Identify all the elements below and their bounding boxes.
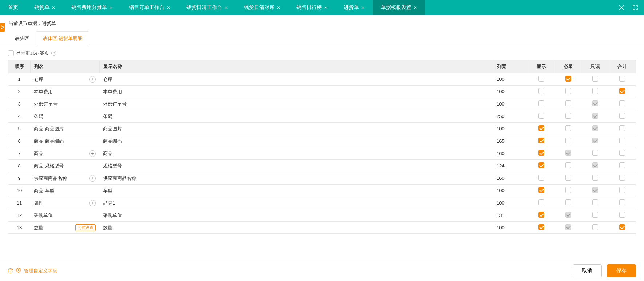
checkbox-total[interactable] bbox=[619, 175, 625, 181]
cell-display-name[interactable]: 车型 bbox=[99, 185, 493, 197]
columns-table-scroll[interactable]: 顺序 列名 显示名称 列宽 显示 必录 只读 合计 1仓库+仓库1002本单费用… bbox=[8, 60, 636, 233]
cell-width[interactable]: 131 bbox=[493, 209, 528, 222]
inner-tab-0[interactable]: 表头区 bbox=[8, 31, 36, 45]
close-icon[interactable]: ✕ bbox=[167, 5, 170, 10]
checkbox-required[interactable] bbox=[565, 162, 571, 168]
checkbox-total[interactable] bbox=[619, 212, 625, 218]
checkbox-show[interactable] bbox=[538, 100, 544, 106]
save-button[interactable]: 保存 bbox=[607, 264, 636, 277]
checkbox-required[interactable] bbox=[565, 187, 571, 193]
cell-width[interactable]: 100 bbox=[493, 185, 528, 197]
cell-display-name[interactable]: 供应商商品名称 bbox=[99, 172, 493, 185]
cell-width[interactable]: 160 bbox=[493, 147, 528, 160]
checkbox-required[interactable] bbox=[565, 175, 571, 181]
checkbox-total[interactable] bbox=[619, 113, 625, 119]
checkbox-required[interactable] bbox=[565, 113, 571, 119]
checkbox-show[interactable] bbox=[538, 187, 544, 193]
top-tab-6[interactable]: 销售排行榜✕ bbox=[288, 0, 336, 15]
checkbox-readonly[interactable] bbox=[592, 199, 598, 205]
manage-custom-fields-link[interactable]: 管理自定义字段 bbox=[24, 268, 57, 274]
checkbox-readonly[interactable] bbox=[592, 212, 598, 218]
close-icon[interactable]: ✕ bbox=[109, 5, 113, 10]
checkbox-total[interactable] bbox=[619, 125, 625, 131]
checkbox-show[interactable] bbox=[538, 76, 544, 82]
checkbox-required[interactable] bbox=[565, 88, 571, 94]
checkbox-readonly[interactable] bbox=[592, 175, 598, 181]
top-tab-2[interactable]: 销售费用分摊单✕ bbox=[63, 0, 121, 15]
checkbox-show[interactable] bbox=[538, 212, 544, 218]
cell-display-name[interactable]: 采购单位 bbox=[99, 209, 493, 222]
table-row[interactable]: 6商品.商品编码商品编码165 bbox=[8, 135, 636, 147]
checkbox-total[interactable] bbox=[619, 199, 625, 205]
table-row[interactable]: 9供应商商品名称+供应商商品名称160 bbox=[8, 172, 636, 185]
cell-display-name[interactable]: 仓库 bbox=[99, 73, 493, 86]
cell-width[interactable]: 100 bbox=[493, 197, 528, 209]
cell-display-name[interactable]: 商品图片 bbox=[99, 123, 493, 135]
cell-display-name[interactable]: 商品 bbox=[99, 147, 493, 160]
show-summary-help-icon[interactable]: ? bbox=[51, 51, 56, 56]
table-row[interactable]: 5商品.商品图片商品图片100 bbox=[8, 123, 636, 135]
top-tab-7[interactable]: 进货单✕ bbox=[336, 0, 373, 15]
close-icon[interactable]: ✕ bbox=[224, 5, 228, 10]
cell-display-name[interactable]: 品牌1 bbox=[99, 197, 493, 209]
add-subcolumn-icon[interactable]: + bbox=[89, 76, 96, 83]
checkbox-readonly[interactable] bbox=[592, 76, 598, 82]
checkbox-readonly[interactable] bbox=[592, 150, 598, 156]
add-subcolumn-icon[interactable]: + bbox=[89, 200, 96, 206]
cell-width[interactable]: 124 bbox=[493, 160, 528, 172]
close-icon[interactable]: ✕ bbox=[361, 5, 365, 10]
table-row[interactable]: 7商品+商品160 bbox=[8, 147, 636, 160]
cell-display-name[interactable]: 条码 bbox=[99, 110, 493, 123]
close-icon[interactable]: ✕ bbox=[414, 5, 417, 10]
checkbox-total[interactable] bbox=[619, 88, 625, 94]
checkbox-required[interactable] bbox=[565, 199, 571, 205]
table-row[interactable]: 10商品.车型车型100 bbox=[8, 185, 636, 197]
cell-display-name[interactable]: 商品编码 bbox=[99, 135, 493, 147]
close-icon[interactable]: ✕ bbox=[277, 5, 280, 10]
formula-settings-button[interactable]: 公式设置 bbox=[75, 224, 96, 231]
cancel-button[interactable]: 取消 bbox=[573, 264, 602, 277]
inner-tab-1[interactable]: 表体区-进货单明细 bbox=[36, 31, 89, 45]
checkbox-show[interactable] bbox=[538, 224, 544, 230]
checkbox-readonly[interactable] bbox=[592, 224, 598, 230]
table-row[interactable]: 4条码条码250 bbox=[8, 110, 636, 123]
show-summary-checkbox[interactable] bbox=[8, 50, 14, 56]
checkbox-show[interactable] bbox=[538, 162, 544, 168]
table-row[interactable]: 2本单费用本单费用100 bbox=[8, 86, 636, 98]
top-tab-4[interactable]: 钱货日清工作台✕ bbox=[178, 0, 236, 15]
checkbox-total[interactable] bbox=[619, 224, 625, 230]
checkbox-show[interactable] bbox=[538, 175, 544, 181]
table-row[interactable]: 3外部订单号外部订单号100 bbox=[8, 98, 636, 110]
fullscreen-icon[interactable] bbox=[632, 4, 639, 11]
add-subcolumn-icon[interactable]: + bbox=[89, 175, 96, 182]
sidebar-expand-handle[interactable] bbox=[0, 23, 5, 32]
checkbox-show[interactable] bbox=[538, 199, 544, 205]
checkbox-total[interactable] bbox=[619, 187, 625, 193]
close-all-tabs-icon[interactable] bbox=[618, 4, 625, 11]
cell-width[interactable]: 100 bbox=[493, 222, 528, 234]
table-row[interactable]: 11属性+品牌1100 bbox=[8, 197, 636, 209]
table-row[interactable]: 8商品.规格型号规格型号124 bbox=[8, 160, 636, 172]
cell-display-name[interactable]: 本单费用 bbox=[99, 86, 493, 98]
cell-display-name[interactable]: 外部订单号 bbox=[99, 98, 493, 110]
cell-width[interactable]: 165 bbox=[493, 135, 528, 147]
checkbox-required[interactable] bbox=[565, 100, 571, 106]
checkbox-show[interactable] bbox=[538, 150, 544, 156]
top-tab-3[interactable]: 销售订单工作台✕ bbox=[121, 0, 178, 15]
cell-display-name[interactable]: 规格型号 bbox=[99, 160, 493, 172]
close-icon[interactable]: ✕ bbox=[324, 5, 328, 10]
cell-width[interactable]: 100 bbox=[493, 86, 528, 98]
checkbox-total[interactable] bbox=[619, 150, 625, 156]
checkbox-show[interactable] bbox=[538, 125, 544, 131]
checkbox-required[interactable] bbox=[565, 138, 571, 143]
cell-width[interactable]: 160 bbox=[493, 172, 528, 185]
top-tab-0[interactable]: 首页 bbox=[0, 0, 26, 15]
table-row[interactable]: 13数量公式设置数量100 bbox=[8, 222, 636, 234]
close-icon[interactable]: ✕ bbox=[52, 5, 55, 10]
table-row[interactable]: 1仓库+仓库100 bbox=[8, 73, 636, 86]
checkbox-total[interactable] bbox=[619, 76, 625, 82]
cell-width[interactable]: 100 bbox=[493, 73, 528, 86]
checkbox-required[interactable] bbox=[565, 76, 571, 82]
checkbox-show[interactable] bbox=[538, 113, 544, 119]
footer-help-icon[interactable]: ? bbox=[8, 268, 13, 273]
